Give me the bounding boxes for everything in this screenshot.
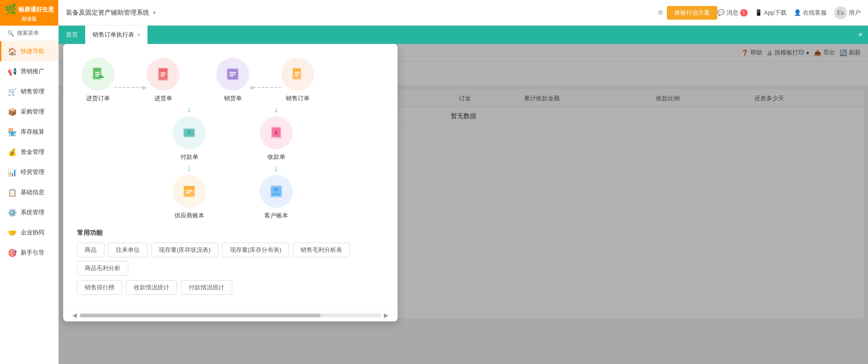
svg-rect-22 [293,69,300,71]
message-btn[interactable]: 💬 消息 5 [717,9,748,17]
flow-row-1: 进货订单 ▶ [82,58,379,103]
sidebar-item-purchase[interactable]: 📦 采购管理 [0,102,58,122]
supplier-ledger-label: 供应商账本 [175,212,204,220]
sidebar-item-sales[interactable]: 🛒 销售管理 [0,81,58,102]
sidebar-nav: 🏠 快捷导航 📢 营销推广 🛒 销售管理 📦 采购管理 🏪 库存核算 💰 资金管… [0,41,58,364]
down-arrow-2: ↓ [274,105,278,114]
customer-ledger-circle[interactable] [260,175,293,208]
tab-home[interactable]: 首页 [59,26,85,44]
flow-row-5: 供应商账本 [82,175,379,220]
app-logo: 🌿 畅康通好生意 标准版 [0,0,58,26]
sidebar-item-marketing[interactable]: 📢 营销推广 [0,61,58,81]
header-title: 装备及固定资产辅助管理系统 ▾ [66,9,654,17]
btn-sales-margin[interactable]: 销售毛利分析表 [293,243,350,257]
arrow-down-rec: ↓ [251,163,301,173]
sales-icon: 🛒 [8,87,17,96]
flow-node-customer-ledger[interactable]: 客户账本 [251,175,301,220]
flow-row-3: ¥ 付款单 ¥ [82,116,379,161]
app-download-btn[interactable]: 📱 App下载 [755,9,786,17]
logo-icon: 🌿 [4,4,16,16]
sales-bill-circle[interactable] [216,58,249,91]
message-badge: 5 [740,9,748,16]
modal-overlay[interactable]: 进货订单 ▶ [59,44,868,364]
logo-sub: 标准版 [22,16,37,22]
purchase-order-circle[interactable] [82,58,115,91]
sidebar-item-system[interactable]: ⚙️ 系统管理 [0,202,58,223]
inventory-icon: 🏪 [8,127,17,136]
close-all-tabs[interactable]: × [858,31,863,39]
supplier-ledger-circle[interactable] [173,175,206,208]
system-title: 装备及固定资产辅助管理系统 [66,9,149,17]
system-icon: ⚙️ [8,208,17,217]
content-area: ❓ 帮助 🖨 按模板打印 ▾ 📤 导出 🔄 刷新 [59,44,868,364]
receipt-bill-label: 收款单 [267,153,285,161]
sidebar-item-label: 系统管理 [21,208,44,217]
sales-bill-label: 销货单 [224,94,242,103]
svg-text:¥: ¥ [188,130,191,136]
btn-stock-dist[interactable]: 现存量(库存分布表) [222,243,289,257]
sidebar-item-enterprise[interactable]: 🤝 企业协同 [0,223,58,243]
online-service-btn[interactable]: 👤 在线客服 [794,9,827,17]
sidebar-item-operation[interactable]: 📊 经营管理 [0,162,58,182]
user-menu[interactable]: Ea 用户 [834,6,861,19]
btn-sales-rank[interactable]: 销售排行榜 [77,280,122,295]
sidebar-search[interactable]: 🔍 搜索菜单 [0,26,58,41]
scroll-left-btn[interactable]: ◀ [72,312,77,319]
sidebar-item-label: 销售管理 [21,87,44,96]
trial-btn[interactable]: 体验行业方案 [667,6,717,20]
purchase-bill-circle[interactable] [147,58,180,91]
flow-node-purchase-bill[interactable]: 进货单 [147,58,180,103]
expand-icon[interactable]: ▾ [153,10,156,16]
flow-node-supplier-ledger[interactable]: 供应商账本 [164,175,214,220]
home-tab-label: 首页 [66,31,78,39]
operation-icon: 📊 [8,168,17,177]
svg-rect-11 [159,69,167,72]
basic-icon: 📋 [8,188,17,197]
header-right: 💬 消息 5 📱 App下载 👤 在线客服 Ea 用户 [717,6,861,19]
sidebar-item-label: 库存核算 [21,128,44,136]
app-download-icon: 📱 [755,9,762,16]
common-buttons-row2: 销售排行榜 收款情况统计 付款情况统计 [77,280,384,295]
sidebar-item-newbie[interactable]: 🎯 新手引导 [0,243,58,263]
sidebar-item-label: 新手引导 [21,249,44,257]
sidebar-item-label: 基础信息 [21,188,44,196]
flow-node-purchase-order[interactable]: 进货订单 [82,58,115,103]
flow-row-2: ↓ ↓ [82,104,379,114]
flow-section: 进货订单 ▶ [63,44,398,229]
search-label: 搜索菜单 [17,29,39,37]
search-icon: 🔍 [7,30,14,37]
user-avatar: Ea [834,6,847,19]
flow-node-payment-bill[interactable]: ¥ 付款单 [164,116,214,161]
btn-product[interactable]: 商品 [77,243,104,257]
btn-product-margin[interactable]: 商品毛利分析 [77,261,128,276]
sales-order-circle[interactable] [281,58,314,91]
common-section: 常用功能 商品 往来单位 现存量(库存状况表) 现存量(库存分布表) 销售毛利分… [63,229,398,309]
sidebar-item-basic[interactable]: 📋 基础信息 [0,182,58,202]
svg-point-39 [274,188,278,191]
svg-rect-36 [184,186,194,190]
btn-payment-stat[interactable]: 付款情况统计 [181,280,232,295]
btn-receipt-stat[interactable]: 收款情况统计 [126,280,177,295]
arrow-2: ◀ [249,84,281,103]
payment-bill-circle[interactable]: ¥ [173,116,206,149]
sidebar-item-inventory[interactable]: 🏪 库存核算 [0,122,58,142]
quick-nav-icon: 🏠 [8,47,17,56]
flow-node-receipt-bill[interactable]: ¥ 收款单 [251,116,301,161]
arrow-1: ▶ [115,84,147,103]
settings-icon[interactable]: ⚙ [658,9,663,16]
btn-partner[interactable]: 往来单位 [108,243,147,257]
sidebar-item-quick-nav[interactable]: 🏠 快捷导航 [0,41,58,61]
flow-row-4: ↓ ↓ [82,163,379,173]
tab-close-icon[interactable]: × [137,32,140,38]
tabs-bar: 首页 销售订单执行表 × × [59,26,868,44]
scroll-right-btn[interactable]: ▶ [384,312,388,319]
tab-sales-order-execution[interactable]: 销售订单执行表 × [85,26,147,44]
btn-stock-status[interactable]: 现存量(库存状况表) [151,243,218,257]
flow-node-sales-order[interactable]: 销售订单 [281,58,314,103]
flow-node-sales-bill[interactable]: 销货单 [216,58,249,103]
sidebar-item-finance[interactable]: 💰 资金管理 [0,142,58,162]
scroll-track[interactable] [80,314,381,317]
purchase-icon: 📦 [8,107,17,116]
flow-modal: 进货订单 ▶ [63,44,398,321]
receipt-bill-circle[interactable]: ¥ [260,116,293,149]
